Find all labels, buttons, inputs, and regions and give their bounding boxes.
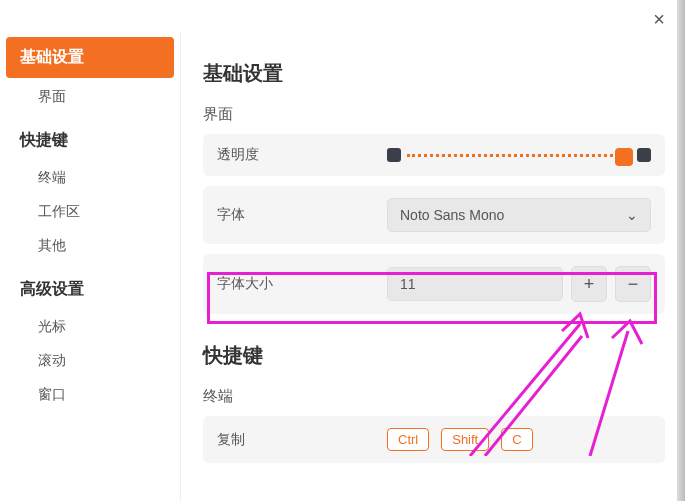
sidebar-item-basic[interactable]: 基础设置 <box>6 37 174 78</box>
row-font: 字体 Noto Sans Mono ⌄ <box>203 186 665 244</box>
sidebar-item-workspace[interactable]: 工作区 <box>6 195 174 229</box>
row-opacity: 透明度 <box>203 134 665 176</box>
opacity-label: 透明度 <box>217 146 387 164</box>
sidebar: 基础设置 界面 快捷键 终端 工作区 其他 高级设置 光标 滚动 窗口 <box>0 32 180 501</box>
row-fontsize: 字体大小 11 + − <box>203 254 665 314</box>
sidebar-item-window[interactable]: 窗口 <box>6 378 174 412</box>
sidebar-item-cursor[interactable]: 光标 <box>6 310 174 344</box>
opacity-slider[interactable] <box>407 154 631 157</box>
row-copy: 复制 Ctrl Shift C <box>203 416 665 463</box>
chevron-down-icon: ⌄ <box>626 207 638 223</box>
copy-label: 复制 <box>217 431 387 449</box>
section-interface: 界面 <box>203 105 665 124</box>
sidebar-item-other[interactable]: 其他 <box>6 229 174 263</box>
page-title: 基础设置 <box>203 60 665 87</box>
key-c: C <box>501 428 532 451</box>
fontsize-input[interactable]: 11 <box>387 267 563 301</box>
close-icon[interactable]: × <box>653 8 665 31</box>
font-label: 字体 <box>217 206 387 224</box>
sidebar-section-shortcuts[interactable]: 快捷键 <box>6 120 174 161</box>
fontsize-decrease-button[interactable]: − <box>615 266 651 302</box>
main-panel: 基础设置 界面 透明度 字体 Noto Sans Mono ⌄ 字体大小 <box>180 32 685 501</box>
section-shortcuts: 快捷键 <box>203 342 665 369</box>
window-edge <box>677 0 685 501</box>
key-ctrl: Ctrl <box>387 428 429 451</box>
fontsize-label: 字体大小 <box>217 275 387 293</box>
key-shift: Shift <box>441 428 489 451</box>
font-select[interactable]: Noto Sans Mono ⌄ <box>387 198 651 232</box>
slider-max-icon <box>637 148 651 162</box>
sidebar-item-interface[interactable]: 界面 <box>6 80 174 114</box>
sidebar-item-terminal[interactable]: 终端 <box>6 161 174 195</box>
slider-thumb[interactable] <box>615 148 633 166</box>
font-value: Noto Sans Mono <box>400 207 504 223</box>
slider-min-icon <box>387 148 401 162</box>
sidebar-section-advanced[interactable]: 高级设置 <box>6 269 174 310</box>
sidebar-item-scroll[interactable]: 滚动 <box>6 344 174 378</box>
fontsize-increase-button[interactable]: + <box>571 266 607 302</box>
section-terminal: 终端 <box>203 387 665 406</box>
